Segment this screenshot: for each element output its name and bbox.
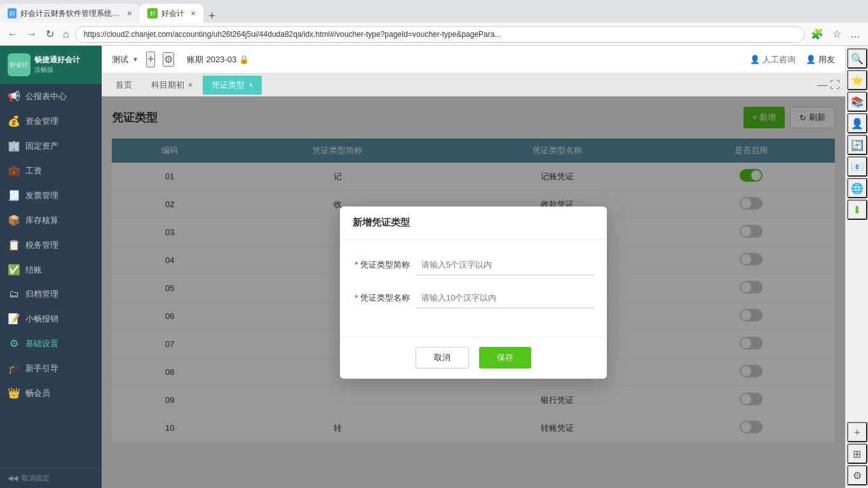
logo-text-block: 畅捷通好会计 流畅版 bbox=[34, 55, 80, 74]
tab-label-1: 好会计云财务软件管理系统_会计 bbox=[20, 8, 120, 19]
dialog-body: 凭证类型简称 凭证类型名称 bbox=[340, 240, 607, 336]
dialog-overlay: 新增凭证类型 凭证类型简称 凭证类型名称 取消 保存 bbox=[102, 97, 845, 488]
sidebar-item-report[interactable]: 📝 小畅报销 bbox=[0, 306, 102, 331]
sidebar-item-checkout[interactable]: ✅ 结账 bbox=[0, 257, 102, 282]
new-tab-button[interactable]: + bbox=[203, 10, 220, 23]
logo-icon: 好会计 bbox=[8, 53, 31, 76]
announcement-icon: 📢 bbox=[8, 90, 20, 102]
name-label: 凭证类型名称 bbox=[353, 292, 416, 304]
sidebar-label-invoice: 发票管理 bbox=[25, 190, 58, 201]
sidebar-label-checkout: 结账 bbox=[25, 264, 42, 276]
sidebar-logo: 好会计 畅捷通好会计 流畅版 bbox=[0, 46, 102, 84]
inventory-icon: 📦 bbox=[8, 214, 20, 226]
form-row-short: 凭证类型简称 bbox=[353, 255, 594, 275]
sidebar: 好会计 畅捷通好会计 流畅版 📢 公报表中心 💰 资金管理 🏢 固定资产 💼 工… bbox=[0, 46, 102, 488]
add-workspace-button[interactable]: + bbox=[146, 51, 156, 67]
tab-close-1[interactable]: × bbox=[127, 8, 132, 18]
short-label: 凭证类型简称 bbox=[353, 259, 416, 271]
sidebar-item-invoice[interactable]: 🧾 发票管理 bbox=[0, 183, 102, 208]
sidebar-item-payroll[interactable]: 💼 工资 bbox=[0, 158, 102, 183]
more-button[interactable]: … bbox=[848, 27, 863, 41]
sidebar-label-announcement: 公报表中心 bbox=[25, 91, 67, 102]
right-collections-button[interactable]: 📚 bbox=[847, 92, 867, 112]
home-button[interactable]: ⌂ bbox=[60, 27, 72, 41]
tab-maximize-button[interactable]: ⛶ bbox=[830, 79, 840, 91]
consult-icon: 👤 bbox=[750, 55, 760, 64]
sidebar-label-member: 畅会员 bbox=[25, 388, 50, 399]
unpin-arrow-icon: ◀◀ bbox=[8, 474, 18, 482]
tab-favicon-1: 好 bbox=[8, 8, 17, 18]
browser-tab-2[interactable]: 好 好会计 × bbox=[140, 4, 203, 23]
tab-voucher-type[interactable]: 凭证类型 × bbox=[203, 76, 262, 95]
short-input[interactable] bbox=[416, 255, 594, 275]
right-search-button[interactable]: 🔍 bbox=[847, 48, 867, 69]
tab-home[interactable]: 首页 bbox=[107, 76, 141, 95]
right-panel: 🔍 ⭐ 📚 👤 🔄 📧 🌐 ⬇ ＋ ⊞ ⚙ bbox=[845, 46, 868, 488]
dialog-footer: 取消 保存 bbox=[340, 336, 607, 379]
sidebar-item-fixed-assets[interactable]: 🏢 固定资产 bbox=[0, 133, 102, 158]
forward-button[interactable]: → bbox=[24, 27, 39, 41]
name-input[interactable] bbox=[416, 288, 594, 308]
header-right: 👤 人工咨询 👤 用友 bbox=[750, 54, 835, 65]
cancel-button[interactable]: 取消 bbox=[416, 347, 469, 369]
tab-home-label: 首页 bbox=[116, 79, 132, 91]
tab-voucher-type-close[interactable]: × bbox=[248, 81, 253, 90]
tab-subjects-close[interactable]: × bbox=[188, 81, 193, 90]
tab-favicon-2: 好 bbox=[147, 8, 158, 18]
workspace-settings-button[interactable]: ⚙ bbox=[163, 52, 174, 67]
workspace-dropdown-icon: ▼ bbox=[132, 56, 139, 63]
archive-icon: 🗂 bbox=[8, 288, 20, 300]
period-lock-icon: 🔒 bbox=[239, 55, 249, 64]
sidebar-item-announcement[interactable]: 📢 公报表中心 bbox=[0, 84, 102, 109]
right-sync-button[interactable]: 🔄 bbox=[847, 135, 867, 155]
unpin-button[interactable]: ◀◀ 取消固定 bbox=[0, 468, 102, 488]
sidebar-label-inventory: 库存核算 bbox=[25, 215, 58, 226]
right-outlook-button[interactable]: 📧 bbox=[847, 156, 867, 177]
form-row-name: 凭证类型名称 bbox=[353, 288, 594, 308]
right-plus-button[interactable]: ＋ bbox=[847, 422, 867, 442]
extensions-button[interactable]: 🧩 bbox=[808, 27, 826, 41]
sidebar-item-inventory[interactable]: 📦 库存核算 bbox=[0, 208, 102, 233]
invoice-icon: 🧾 bbox=[8, 189, 20, 201]
add-voucher-dialog: 新增凭证类型 凭证类型简称 凭证类型名称 取消 保存 bbox=[340, 207, 607, 379]
consult-label: 人工咨询 bbox=[763, 54, 796, 65]
sidebar-item-member[interactable]: 👑 畅会员 bbox=[0, 381, 102, 405]
right-star-button[interactable]: ⭐ bbox=[847, 70, 867, 90]
tab-minimize-button[interactable]: — bbox=[817, 79, 827, 91]
tab-voucher-type-label: 凭证类型 bbox=[212, 79, 245, 91]
sidebar-item-tax[interactable]: 📋 税务管理 bbox=[0, 233, 102, 257]
period-info: 账期 2023-03 🔒 bbox=[187, 54, 249, 65]
payroll-icon: 💼 bbox=[8, 165, 20, 177]
sidebar-item-archive[interactable]: 🗂 归档管理 bbox=[0, 282, 102, 306]
sidebar-item-fund[interactable]: 💰 资金管理 bbox=[0, 109, 102, 133]
right-download-button[interactable]: ⬇ bbox=[847, 200, 867, 220]
browser-chrome: 好 好会计云财务软件管理系统_会计 × 好 好会计 × + ← → ↻ ⌂ 🧩 … bbox=[0, 0, 868, 46]
consult-button[interactable]: 👤 人工咨询 bbox=[750, 54, 796, 65]
main-area: 测试 ▼ + ⚙ 账期 2023-03 🔒 👤 人工咨询 👤 用友 bbox=[102, 46, 845, 488]
unpin-label: 取消固定 bbox=[22, 473, 50, 483]
period-label: 账期 bbox=[187, 54, 203, 65]
logo-text: 畅捷通好会计 bbox=[34, 55, 80, 65]
right-grid-button[interactable]: ⊞ bbox=[847, 444, 867, 464]
tab-close-2[interactable]: × bbox=[191, 8, 196, 18]
back-button[interactable]: ← bbox=[5, 27, 20, 41]
favorites-button[interactable]: ☆ bbox=[830, 27, 844, 41]
right-settings-button[interactable]: ⚙ bbox=[847, 465, 867, 485]
sidebar-item-guide[interactable]: 🎓 新手引导 bbox=[0, 356, 102, 381]
tab-subjects[interactable]: 科目期初 × bbox=[142, 76, 201, 95]
dialog-title: 新增凭证类型 bbox=[340, 207, 607, 240]
sidebar-item-settings[interactable]: ⚙ 基础设置 bbox=[0, 331, 102, 356]
period-value: 2023-03 bbox=[206, 55, 236, 64]
right-translate-button[interactable]: 🌐 bbox=[847, 178, 867, 198]
browser-tab-1[interactable]: 好 好会计云财务软件管理系统_会计 × bbox=[0, 4, 140, 23]
sidebar-label-archive: 归档管理 bbox=[25, 288, 58, 300]
settings-icon: ⚙ bbox=[8, 337, 20, 349]
content-area: 凭证类型 + 新增 ↻ 刷新 编码 凭证类型简称 凭证类型名称 是否启用 bbox=[102, 97, 845, 488]
sidebar-label-tax: 税务管理 bbox=[25, 240, 58, 251]
right-user-button[interactable]: 👤 bbox=[847, 113, 867, 133]
reload-button[interactable]: ↻ bbox=[43, 27, 57, 41]
user-button[interactable]: 👤 用友 bbox=[806, 54, 835, 65]
address-input[interactable] bbox=[76, 26, 804, 43]
workspace-selector[interactable]: 测试 ▼ bbox=[112, 54, 139, 65]
save-button[interactable]: 保存 bbox=[479, 347, 531, 369]
